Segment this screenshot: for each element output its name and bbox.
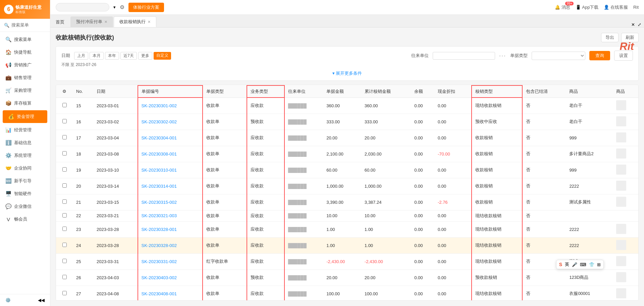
settings-col-icon[interactable]: ⚙ xyxy=(62,89,66,94)
ime-keyboard-icon[interactable]: ⌨ xyxy=(580,262,586,267)
inventory-icon: 📦 xyxy=(5,100,11,106)
sidebar-item-member[interactable]: V 畅会员 xyxy=(0,213,50,226)
sidebar-item-sales[interactable]: 💼 销售管理 xyxy=(0,71,50,84)
sidebar-item-operations[interactable]: 📊 经营管理 xyxy=(0,124,50,136)
sidebar-item-hardware[interactable]: 🖥️ 智能硬件 xyxy=(0,187,50,200)
sidebar-item-inventory[interactable]: 📦 库存核算 xyxy=(0,97,50,110)
sidebar-item-shortcut[interactable]: 🏠 快捷导航 xyxy=(0,46,50,59)
ime-grid-icon[interactable]: ⊞ xyxy=(597,262,601,267)
sidebar-item-wechat[interactable]: 💬 企业微信 xyxy=(0,200,50,213)
partner-input[interactable] xyxy=(433,52,495,60)
sidebar-search[interactable]: 🔍 搜索菜单 xyxy=(0,19,50,32)
cell-partner: ██████ xyxy=(284,237,323,253)
skucode-link[interactable]: SK-20230328-002 xyxy=(142,243,177,248)
row-checkbox-0[interactable] xyxy=(62,103,67,107)
row-checkbox-6[interactable] xyxy=(62,199,67,204)
skucode-link[interactable]: SK-20230328-001 xyxy=(142,227,177,232)
tab-receivable-close-icon[interactable]: ✕ xyxy=(148,20,151,24)
row-checkbox-12[interactable] xyxy=(62,291,67,295)
last-month-btn[interactable]: 上月 xyxy=(74,52,88,60)
cell-checkbox[interactable] xyxy=(56,178,73,194)
collapse-icon[interactable]: ◀◀ xyxy=(38,298,45,303)
row-checkbox-9[interactable] xyxy=(62,243,67,247)
skucode-link[interactable]: SK-20230321-003 xyxy=(142,213,177,218)
export-button[interactable]: 导出 xyxy=(601,33,619,42)
cell-checkbox[interactable] xyxy=(56,130,73,146)
app-download[interactable]: 📱 App下载 xyxy=(576,4,598,10)
sidebar-item-marketing[interactable]: 📢 营销推广 xyxy=(0,59,50,71)
th-settings[interactable]: ⚙ xyxy=(56,85,73,98)
this-year-btn[interactable]: 本年 xyxy=(105,52,119,60)
doc-type-select[interactable] xyxy=(532,52,585,60)
sidebar-item-search[interactable]: 🔍 搜索菜单 xyxy=(0,33,50,46)
tab-receivable[interactable]: 收款核销执行 ✕ xyxy=(114,16,156,27)
row-checkbox-4[interactable] xyxy=(62,167,67,172)
row-checkbox-10[interactable] xyxy=(62,259,67,263)
tab-home[interactable]: 首页 xyxy=(50,17,70,27)
skucode-link[interactable]: SK-20230403-002 xyxy=(142,275,177,280)
solution-button[interactable]: 体验行业方案 xyxy=(128,3,164,12)
sidebar-item-finance[interactable]: 💰 资金管理 xyxy=(3,110,47,123)
close-tab-icon[interactable]: ✕ xyxy=(631,22,635,27)
skucode-link[interactable]: SK-20230308-001 xyxy=(142,151,177,157)
last-7days-btn[interactable]: 近7天 xyxy=(120,52,137,60)
ime-lang-btn[interactable]: 英 xyxy=(565,261,569,267)
user-avatar[interactable]: Rit xyxy=(633,5,639,10)
skucode-link[interactable]: SK-20230315-002 xyxy=(142,200,177,205)
cell-checkbox[interactable] xyxy=(56,221,73,237)
query-button[interactable]: 查询 xyxy=(589,51,610,60)
custom-btn[interactable]: 自定义 xyxy=(154,52,171,60)
cell-checkbox[interactable] xyxy=(56,114,73,130)
skucode-link[interactable]: SK-20230301-002 xyxy=(142,103,177,108)
cell-skucode: SK-20230331-002 xyxy=(138,253,203,269)
row-checkbox-7[interactable] xyxy=(62,213,67,218)
ime-shirt-icon[interactable]: 👕 xyxy=(589,262,594,267)
skucode-link[interactable]: SK-20230304-001 xyxy=(142,135,177,140)
row-checkbox-2[interactable] xyxy=(62,135,67,139)
skucode-link[interactable]: SK-20230331-002 xyxy=(142,259,177,264)
cell-discount: 0.00 xyxy=(434,210,472,221)
more-btn[interactable]: 更多 xyxy=(138,52,152,60)
sidebar-item-system[interactable]: ⚙️ 系统管理 xyxy=(0,149,50,162)
cell-checkbox[interactable] xyxy=(56,210,73,221)
skucode-link[interactable]: SK-20230408-001 xyxy=(142,291,177,296)
row-checkbox-8[interactable] xyxy=(62,227,67,231)
row-checkbox-11[interactable] xyxy=(62,275,67,279)
skucode-link[interactable]: SK-20230302-002 xyxy=(142,119,177,124)
settings-icon[interactable]: ⚙️ xyxy=(5,298,11,303)
maximize-icon[interactable]: ⤢ xyxy=(638,22,641,27)
expand-filter-btn[interactable]: ▾ 展开更多条件 xyxy=(61,70,633,76)
skucode-link[interactable]: SK-20230314-001 xyxy=(142,184,177,189)
sidebar-item-company[interactable]: 🤝 企业协同 xyxy=(0,162,50,175)
cell-checkbox[interactable] xyxy=(56,162,73,178)
this-month-btn[interactable]: 本月 xyxy=(90,52,104,60)
tab-prepay[interactable]: 预付冲应付单 ✕ xyxy=(70,16,113,27)
sidebar-item-basic[interactable]: ℹ️ 基础信息 xyxy=(0,136,50,149)
tab-prepay-close-icon[interactable]: ✕ xyxy=(104,20,107,24)
sidebar-item-purchase[interactable]: 🛒 采购管理 xyxy=(0,84,50,97)
cell-settled: 否 xyxy=(522,146,566,162)
cell-checkbox[interactable] xyxy=(56,146,73,162)
table-row: 17 2023-03-04 SK-20230304-001 收款单 应收款 ██… xyxy=(56,130,638,146)
sidebar-item-guide[interactable]: 🆕 新手引导 xyxy=(0,175,50,187)
online-service[interactable]: 👤 在线客服 xyxy=(604,4,628,10)
row-checkbox-5[interactable] xyxy=(62,183,67,188)
cell-checkbox[interactable] xyxy=(56,286,73,301)
cell-closedamt: 360.00 xyxy=(361,98,411,114)
cell-checkbox[interactable] xyxy=(56,237,73,253)
cell-checkbox[interactable] xyxy=(56,98,73,114)
cell-goods2 xyxy=(613,194,638,210)
cell-checkbox[interactable] xyxy=(56,194,73,210)
date-label: 日期 xyxy=(61,53,70,59)
row-checkbox-3[interactable] xyxy=(62,151,67,156)
messages-badge[interactable]: 🔔 消息 99+ xyxy=(555,4,570,10)
ime-mic-icon[interactable]: 🎤 xyxy=(572,262,577,267)
cell-checkbox[interactable] xyxy=(56,253,73,269)
dropdown-icon[interactable]: ▾ xyxy=(113,5,116,10)
cell-closedamt: 100.00 xyxy=(361,286,411,301)
cell-checkbox[interactable] xyxy=(56,269,73,286)
skucode-link[interactable]: SK-20230310-001 xyxy=(142,168,177,173)
row-checkbox-1[interactable] xyxy=(62,119,67,123)
gear-icon[interactable]: ⚙ xyxy=(120,4,124,10)
topbar-search-input[interactable] xyxy=(56,3,109,11)
